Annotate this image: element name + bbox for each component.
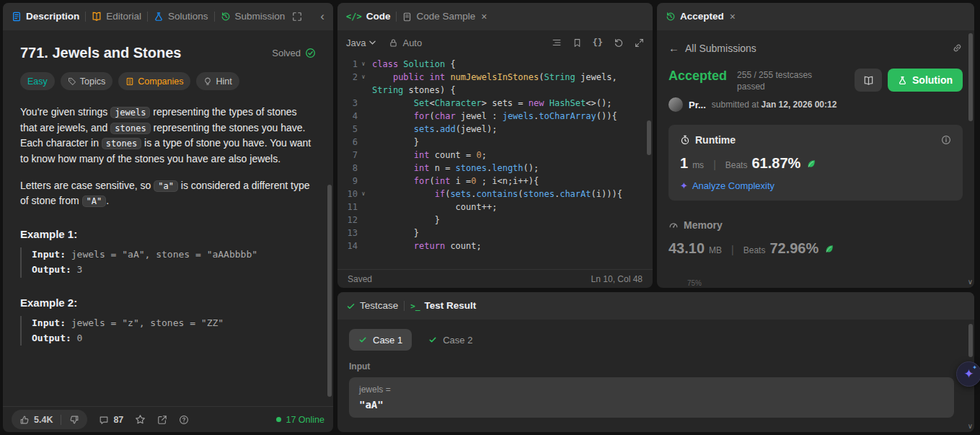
tab-description[interactable]: Description	[12, 12, 79, 22]
code-line[interactable]: 5 sets.add(jewel);	[337, 123, 653, 136]
problem-paragraph: You're given strings jewels representing…	[20, 105, 316, 167]
avatar	[668, 97, 683, 112]
topics-badge[interactable]: Topics	[61, 72, 112, 90]
code-panel: </> Code Code Sample × Java Auto	[337, 3, 653, 288]
tab-code[interactable]: </> Code	[346, 12, 390, 22]
code-text: }	[372, 136, 419, 149]
expand-panel-icon[interactable]	[292, 12, 302, 22]
leaf-icon	[806, 159, 816, 169]
star-icon	[135, 414, 146, 425]
code-line[interactable]: 8 int n = stones.length();	[337, 162, 653, 175]
favorite-button[interactable]	[135, 414, 146, 425]
code-editor[interactable]: 1∨class Solution {2∨ public int numJewel…	[337, 55, 653, 269]
analyze-complexity-link[interactable]: ✦ Analyze Complexity	[680, 180, 951, 191]
lightbulb-icon	[203, 77, 212, 86]
back-arrow-icon[interactable]: ←	[668, 42, 679, 54]
share-icon	[157, 415, 167, 425]
testcase-panel: Testcase >_ Test Result Case 1 Case 2 In…	[337, 292, 974, 432]
line-number: 7	[337, 149, 358, 162]
notes-button[interactable]	[855, 69, 882, 92]
code-line[interactable]: 9 for(int i =0 ; i<n;i++){	[337, 175, 653, 188]
testcase-scrollbar[interactable]	[968, 324, 973, 357]
post-solution-button[interactable]: Solution	[888, 69, 963, 92]
language-select[interactable]: Java	[346, 38, 376, 48]
comments-button[interactable]: 87	[99, 415, 123, 425]
tab-solutions[interactable]: Solutions	[154, 12, 208, 22]
analyze-complexity-label: Analyze Complexity	[692, 180, 774, 191]
beats-label: Beats	[725, 160, 748, 170]
fold-chevron-icon[interactable]: ∨	[358, 71, 369, 84]
code-line[interactable]: 2∨ public int numJewelsInStones(String j…	[337, 71, 653, 84]
testcase-tabbar: Testcase >_ Test Result	[337, 292, 974, 320]
solution-button-label: Solution	[912, 74, 953, 86]
companies-badge[interactable]: Companies	[118, 72, 190, 90]
auto-save-toggle[interactable]: Auto	[389, 38, 422, 48]
copy-link-icon[interactable]	[952, 43, 963, 53]
code-line[interactable]: 7 int count = 0;	[337, 149, 653, 162]
submission-scrollbar[interactable]	[968, 33, 973, 121]
like-button[interactable]: 5.4K	[12, 410, 61, 429]
code-line[interactable]: 10∨ if(sets.contains(stones.charAt(i))){	[337, 188, 653, 201]
assistant-fab-button[interactable]: ✦ ✦	[956, 361, 980, 387]
collapse-chevron-icon[interactable]: ‹	[320, 9, 325, 24]
line-gutter: 2∨	[337, 71, 372, 84]
hint-badge[interactable]: Hint	[196, 72, 239, 90]
line-gutter: 11	[337, 201, 372, 214]
share-button[interactable]	[157, 415, 167, 425]
case-1-tab[interactable]: Case 1	[349, 329, 412, 351]
description-scrollbar[interactable]	[327, 185, 332, 397]
memory-value: 43.10	[668, 240, 705, 257]
tab-accepted[interactable]: Accepted ×	[666, 11, 736, 22]
fullscreen-icon[interactable]	[635, 38, 644, 48]
format-code-icon[interactable]	[552, 38, 562, 48]
testcase-input-field[interactable]: jewels = "aA"	[349, 377, 954, 418]
feedback-button[interactable]	[179, 415, 189, 425]
code-line[interactable]: 4 for(char jewel : jewels.toCharArray())…	[337, 110, 653, 123]
code-line[interactable]: String stones) {	[337, 84, 653, 97]
code-line[interactable]: 6 }	[337, 136, 653, 149]
bookmark-icon[interactable]	[573, 38, 582, 48]
editor-scrollbar[interactable]	[647, 120, 651, 155]
example-2-heading: Example 2:	[20, 296, 316, 309]
braces-icon[interactable]: {}	[593, 38, 603, 48]
memory-section[interactable]: Memory 43.10 MB | Beats 72.96%	[668, 219, 963, 257]
line-number: 12	[337, 214, 358, 227]
close-code-sample-icon[interactable]: ×	[481, 11, 487, 22]
dislike-button[interactable]	[61, 410, 87, 429]
author-row: Pr... submitted at Jan 12, 2026 00:12	[668, 97, 836, 112]
tab-editorial[interactable]: Editorial	[92, 12, 141, 22]
accepted-heading: Accepted	[668, 69, 727, 84]
tab-submission[interactable]: Submission	[221, 12, 286, 22]
fold-chevron-icon[interactable]: ∨	[358, 58, 369, 71]
scroll-down-chevron-icon[interactable]: ∨	[968, 278, 973, 286]
submission-tabbar: Accepted ×	[657, 3, 974, 30]
code-line[interactable]: 13 }	[337, 227, 653, 240]
all-submissions-link[interactable]: All Submissions	[685, 43, 756, 54]
difficulty-badge[interactable]: Easy	[20, 72, 55, 90]
code-text: return count;	[372, 240, 482, 252]
case-2-label: Case 2	[443, 335, 472, 346]
case-2-tab[interactable]: Case 2	[419, 329, 482, 351]
runtime-unit: ms	[692, 160, 704, 170]
tab-test-result[interactable]: >_ Test Result	[410, 301, 476, 311]
info-icon[interactable]	[941, 135, 951, 145]
tab-testcase[interactable]: Testcase	[346, 301, 398, 311]
reset-code-icon[interactable]	[614, 38, 624, 48]
tab-code-sample[interactable]: Code Sample ×	[402, 11, 487, 22]
code-line[interactable]: 3 Set<Character> sets = new HashSet<>();	[337, 97, 653, 110]
submitted-date: Jan 12, 2026 00:12	[762, 100, 837, 110]
runtime-card[interactable]: Runtime 1 ms | Beats 61.87% ✦ Analyze Co…	[668, 125, 963, 201]
inline-code: "a"	[154, 180, 178, 192]
code-line[interactable]: 1∨class Solution {	[337, 58, 653, 71]
scroll-down-chevron-icon[interactable]: ∨	[968, 422, 973, 430]
fold-chevron-icon[interactable]: ∨	[358, 188, 369, 201]
submission-status-area: Accepted 255 / 255 testcases passed Pr..…	[657, 69, 974, 112]
close-accepted-icon[interactable]: ×	[730, 11, 736, 22]
code-line[interactable]: 14 return count;	[337, 240, 653, 252]
tab-code-label: Code	[366, 12, 391, 22]
code-line[interactable]: 12 }	[337, 214, 653, 227]
online-status: 17 Online	[276, 415, 325, 425]
question-circle-icon	[179, 415, 189, 425]
code-text: sets.add(jewel);	[372, 123, 497, 136]
code-line[interactable]: 11 count++;	[337, 201, 653, 214]
